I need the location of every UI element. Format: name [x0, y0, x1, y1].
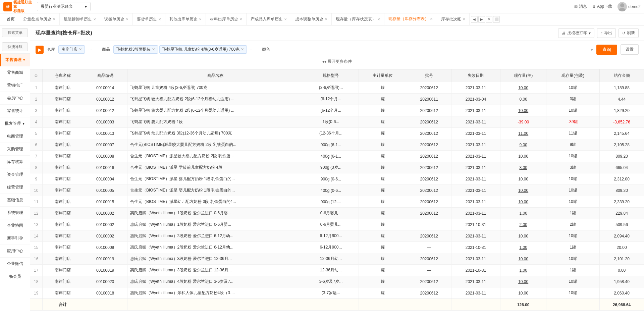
- tab-2[interactable]: 组装拆卸单历史 ✕: [60, 13, 100, 25]
- tab-1-close[interactable]: ✕: [53, 17, 55, 21]
- cell-qty-main[interactable]: 10.00: [500, 82, 546, 94]
- tab-4-close[interactable]: ✕: [158, 17, 161, 21]
- app-download-btn[interactable]: ⬇ App下载: [592, 4, 612, 9]
- expand-more-conditions-btn[interactable]: ▾▾ 展开更多条件: [320, 57, 355, 66]
- cell-spec: (6-12个月...: [303, 94, 359, 105]
- cell-qty-main[interactable]: 10.00: [500, 230, 546, 242]
- tab-3[interactable]: 调拨单历史 ✕: [100, 13, 133, 25]
- cell-qty-main[interactable]: 10.00: [500, 173, 546, 185]
- product-filter-more[interactable]: ···: [248, 47, 252, 52]
- sidebar-item-retail-stats[interactable]: 零售统计: [0, 105, 30, 117]
- cell-qty-main[interactable]: 10.00: [500, 185, 546, 196]
- sidebar-item-member-club[interactable]: 畅会员: [0, 270, 30, 283]
- cell-num: 18: [30, 276, 42, 287]
- sidebar-item-business[interactable]: 经营管理: [0, 181, 30, 194]
- cell-qty-main[interactable]: 1.00: [500, 208, 546, 219]
- product-tag-0[interactable]: 飞鹤奶粉3段两提装 ✕: [113, 45, 158, 54]
- tab-6-label: 材料出库单历史: [210, 16, 238, 22]
- tab-maximize-btn[interactable]: ⬜: [493, 16, 500, 23]
- sidebar-item-marketing[interactable]: 营销推广: [0, 79, 30, 92]
- sidebar-item-wechat[interactable]: 企业微信: [0, 258, 30, 270]
- message-btn[interactable]: ✉ 消息: [574, 4, 587, 9]
- tab-more-btn[interactable]: ✕: [486, 16, 492, 23]
- settings-icon[interactable]: ⚙: [34, 73, 38, 78]
- quick-nav-btn[interactable]: 快捷导航: [2, 42, 28, 51]
- cell-qty-main[interactable]: -39.00: [500, 116, 546, 128]
- tab-1[interactable]: 分量盘点单历史 ✕: [19, 13, 60, 25]
- tab-11-close[interactable]: ✕: [463, 17, 465, 21]
- cell-qty-main[interactable]: 0.00: [500, 94, 546, 105]
- warehouse-selector[interactable]: 母婴行业演示账套 ▾: [37, 2, 91, 11]
- cell-qty-main[interactable]: 11.00: [500, 128, 546, 139]
- sidebar-item-finance[interactable]: 资金管理: [0, 168, 30, 181]
- tab-9[interactable]: 现存量（库存状况表） ✕: [332, 13, 384, 25]
- tab-prev-btn[interactable]: ◀: [471, 16, 478, 23]
- cell-qty-main[interactable]: 1.00: [500, 265, 546, 276]
- print-template-btn[interactable]: 🖨 按模板打印 ▾: [558, 28, 594, 38]
- sidebar-item-app-center[interactable]: 应用中心: [0, 245, 30, 258]
- cell-qty-main[interactable]: 10.00: [500, 276, 546, 287]
- cell-qty-main[interactable]: 10.00: [500, 105, 546, 116]
- product-tag-1-close[interactable]: ✕: [241, 47, 244, 52]
- tab-next-btn[interactable]: ▶: [478, 16, 485, 23]
- product-tag-0-text: 飞鹤奶粉3段两提装: [116, 47, 151, 52]
- tab-7[interactable]: 产成品入库单历史 ✕: [247, 13, 291, 25]
- table-row: 13 南岸门店 00100002 惠氏启赋（Wyeth illuma）1段奶粉 …: [30, 219, 644, 230]
- cell-qty-main[interactable]: 10.00: [500, 253, 546, 265]
- tab-5-close[interactable]: ✕: [199, 17, 202, 21]
- sidebar-item-inventory[interactable]: 库存核算: [0, 156, 30, 168]
- cell-num: 12: [30, 208, 42, 219]
- col-settings[interactable]: ⚙: [30, 69, 42, 82]
- tab-4[interactable]: 要货单历史 ✕: [133, 13, 165, 25]
- cell-qty-main[interactable]: 3.00: [500, 162, 546, 173]
- tab-10[interactable]: 现存量（库存分布表） ✕: [384, 13, 437, 25]
- sidebar-item-guide[interactable]: 新手引导: [0, 232, 30, 245]
- tab-home[interactable]: 首页: [3, 13, 19, 25]
- tab-6-close[interactable]: ✕: [239, 17, 242, 21]
- search-menu-btn[interactable]: 搜索英单: [2, 28, 28, 37]
- tab-6[interactable]: 材料出库单历史 ✕: [206, 13, 247, 25]
- warehouse-filter-more[interactable]: ···: [88, 47, 92, 52]
- color-dropdown-icon[interactable]: ▾: [591, 47, 593, 52]
- cell-code: 00100019: [83, 265, 127, 276]
- setting-btn[interactable]: 设置: [621, 44, 639, 55]
- cell-qty-main[interactable]: 9.00: [500, 139, 546, 151]
- cell-amount: -3,652.76: [600, 116, 644, 128]
- cell-qty-main[interactable]: 10.00: [500, 287, 546, 299]
- expand-filter-btn[interactable]: ▶: [36, 46, 44, 54]
- tab-8-close[interactable]: ✕: [325, 17, 327, 21]
- sidebar-item-retail-management[interactable]: 零售管理 ▼: [0, 54, 30, 66]
- export-btn[interactable]: ↑ 导出: [597, 28, 616, 38]
- cell-expire: 2021-03-04: [451, 94, 500, 105]
- cell-qty-main[interactable]: 2.00: [500, 219, 546, 230]
- cell-batch: —: [407, 242, 451, 253]
- cell-qty-main[interactable]: 1.00: [500, 242, 546, 253]
- refresh-btn[interactable]: ↺ 刷新: [619, 28, 639, 38]
- query-btn[interactable]: 查询: [596, 45, 617, 55]
- cell-qty-main[interactable]: 10.00: [500, 151, 546, 162]
- tab-5[interactable]: 其他出库单历史 ✕: [165, 13, 206, 25]
- tab-9-close[interactable]: ✕: [377, 17, 380, 21]
- tab-10-close[interactable]: ✕: [430, 17, 433, 21]
- sidebar-item-system[interactable]: 系统管理: [0, 207, 30, 219]
- tab-3-close[interactable]: ✕: [126, 17, 128, 21]
- warehouse-tag-0[interactable]: 南岸门店 ✕: [58, 45, 85, 54]
- sidebar-item-purchase[interactable]: 采购管理: [0, 143, 30, 156]
- tab-11[interactable]: 库存批次账 ✕: [437, 13, 470, 25]
- sidebar-item-basic-info[interactable]: 基础信息: [0, 194, 30, 207]
- sidebar-item-members[interactable]: 会员中心: [0, 92, 30, 105]
- tab-8[interactable]: 成本调整单历史 ✕: [291, 13, 332, 25]
- warehouse-tag-0-close[interactable]: ✕: [79, 47, 82, 52]
- sidebar-item-retail-mall[interactable]: 零售商城: [0, 66, 30, 79]
- product-tag-0-close[interactable]: ✕: [152, 47, 155, 52]
- sidebar-item-ecommerce[interactable]: 电商管理: [0, 130, 30, 143]
- expand-more-row: ▾▾ 展开更多条件: [36, 57, 639, 66]
- sidebar-item-wholesale[interactable]: 批发管理 ▼: [0, 117, 30, 130]
- tab-2-close[interactable]: ✕: [93, 17, 96, 21]
- cell-unit: 罐: [359, 173, 407, 185]
- product-tag-1[interactable]: 飞鹤星飞帆 儿童奶粉 4段(3-6岁适用) 700克 ✕: [159, 45, 247, 54]
- cell-qty-main[interactable]: 10.00: [500, 196, 546, 208]
- user-profile[interactable]: demo2: [618, 2, 641, 11]
- tab-7-close[interactable]: ✕: [284, 17, 287, 21]
- sidebar-item-enterprise[interactable]: 企业协同: [0, 219, 30, 232]
